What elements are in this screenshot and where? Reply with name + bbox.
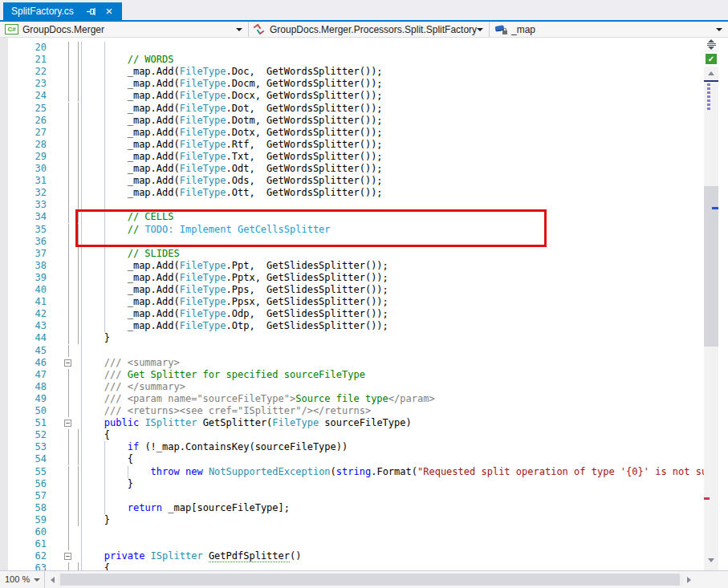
split-window-grip-icon[interactable] xyxy=(704,38,718,51)
chevron-down-icon[interactable] xyxy=(716,28,722,31)
code-line: 42 _map.Add(FileType.Odp, GetSlidesSplit… xyxy=(0,308,704,320)
project-dropdown[interactable]: C# GroupDocs.Merger xyxy=(0,22,249,37)
vertical-scroll-thumb[interactable] xyxy=(704,186,718,347)
code-line: 47 /// Get Splitter for specified source… xyxy=(0,369,704,381)
code-line: 57 xyxy=(0,490,704,502)
line-number: 41 xyxy=(6,296,47,307)
code-line: 20 xyxy=(0,42,704,54)
line-number: 33 xyxy=(6,199,47,210)
line-number: 35 xyxy=(6,224,47,235)
pin-icon[interactable] xyxy=(85,5,98,18)
outline-scope-line xyxy=(68,42,69,54)
horizontal-scroll-track[interactable] xyxy=(58,574,684,586)
line-number: 36 xyxy=(6,236,47,247)
code-line: 56 } xyxy=(0,478,704,490)
member-dropdown[interactable]: _map xyxy=(490,22,728,37)
line-number: 37 xyxy=(6,248,47,259)
code-text: { xyxy=(58,453,133,465)
tab-splitfactory[interactable]: SplitFactory.cs × xyxy=(3,2,122,20)
outline-scope-line xyxy=(68,526,69,538)
code-line: 37 // SLIDES xyxy=(0,248,704,260)
code-text: /// </summary> xyxy=(58,381,185,393)
code-text: _map.Add(FileType.Ppt, GetSlidesSplitter… xyxy=(58,260,388,272)
code-line: 58 return _map[sourceFileType]; xyxy=(0,502,704,514)
scroll-up-icon[interactable] xyxy=(708,71,714,75)
code-line: 31 _map.Add(FileType.Ods, GetWordsSplitt… xyxy=(0,175,704,187)
line-number: 30 xyxy=(6,163,47,174)
close-icon[interactable]: × xyxy=(103,5,116,18)
line-number: 51 xyxy=(6,417,47,428)
line-number: 53 xyxy=(6,441,47,452)
chevron-down-icon[interactable] xyxy=(236,28,242,31)
change-marker xyxy=(707,107,710,110)
outline-scope-line xyxy=(78,42,79,54)
change-marker xyxy=(707,95,710,98)
code-text: _map.Add(FileType.Doc, GetWordsSplitter(… xyxy=(58,66,383,78)
code-line: 29 _map.Add(FileType.Txt, GetWordsSplitt… xyxy=(0,151,704,163)
change-marker xyxy=(707,87,710,90)
line-number: 38 xyxy=(6,260,47,271)
code-text: _map.Add(FileType.Rtf, GetWordsSplitter(… xyxy=(58,139,383,151)
line-number: 52 xyxy=(6,429,47,440)
code-health-check-icon[interactable]: ✓ xyxy=(706,54,717,64)
line-number: 40 xyxy=(6,284,47,295)
member-dropdown-label: _map xyxy=(511,24,535,35)
code-text: } xyxy=(58,514,110,526)
line-number: 54 xyxy=(6,453,47,464)
code-text: // SLIDES xyxy=(58,248,180,260)
code-line: 24 _map.Add(FileType.Docx, GetWordsSplit… xyxy=(0,90,704,102)
vertical-scroll-track[interactable] xyxy=(704,67,718,570)
code-text: /// <param name="sourceFileType">Source … xyxy=(58,393,435,405)
code-text: } xyxy=(58,478,133,490)
code-line: 44 } xyxy=(0,332,704,344)
code-text: _map.Add(FileType.Dot, GetWordsSplitter(… xyxy=(58,103,383,115)
code-text: _map.Add(FileType.Docx, GetWordsSplitter… xyxy=(58,90,383,102)
line-number: 55 xyxy=(6,466,47,477)
scroll-down-icon[interactable] xyxy=(708,558,714,562)
line-number: 48 xyxy=(6,381,47,392)
chevron-down-icon[interactable] xyxy=(477,28,483,31)
code-line: 49 /// <param name="sourceFileType">Sour… xyxy=(0,393,704,405)
scroll-right-icon[interactable] xyxy=(687,577,691,583)
line-number: 62 xyxy=(6,550,47,562)
line-number: 45 xyxy=(6,345,47,356)
line-number: 47 xyxy=(6,369,47,380)
line-number: 21 xyxy=(6,54,47,65)
zoom-level-label: 100 % xyxy=(5,574,30,584)
line-number: 44 xyxy=(6,332,47,343)
code-text: } xyxy=(58,332,110,344)
line-number: 31 xyxy=(6,175,47,186)
line-number: 61 xyxy=(6,538,47,549)
outline-scope-line xyxy=(68,345,69,357)
code-text: _map.Add(FileType.Ods, GetWordsSplitter(… xyxy=(58,175,383,187)
type-dropdown[interactable]: GroupDocs.Merger.Processors.Split.SplitF… xyxy=(249,22,490,37)
code-line: 41 _map.Add(FileType.Ppsx, GetSlidesSpli… xyxy=(0,296,704,308)
code-line: 54 { xyxy=(0,453,704,465)
private-field-icon xyxy=(494,24,507,34)
code-pane[interactable]: 2021 // WORDS22 _map.Add(FileType.Doc, G… xyxy=(0,38,704,570)
horizontal-scroll-thumb[interactable] xyxy=(60,574,680,586)
outline-scope-line xyxy=(68,199,69,211)
code-line: 26 _map.Add(FileType.Dotm, GetWordsSplit… xyxy=(0,115,704,127)
code-line: 52 { xyxy=(0,429,704,441)
code-text: _map.Add(FileType.Ott, GetWordsSplitter(… xyxy=(58,187,383,199)
code-line: 38 _map.Add(FileType.Ppt, GetSlidesSplit… xyxy=(0,260,704,272)
chevron-down-icon[interactable] xyxy=(34,578,40,582)
scroll-left-icon[interactable] xyxy=(51,577,55,583)
code-text: _map.Add(FileType.Txt, GetWordsSplitter(… xyxy=(58,151,383,163)
line-number: 57 xyxy=(6,490,47,501)
zoom-selector[interactable]: 100 % xyxy=(0,571,45,588)
line-number: 39 xyxy=(6,272,47,283)
class-icon xyxy=(254,24,266,34)
line-number: 63 xyxy=(6,562,47,570)
outline-scope-line xyxy=(78,490,79,502)
line-number: 32 xyxy=(6,187,47,198)
line-number: 29 xyxy=(6,151,47,162)
scrollbar-red-marker xyxy=(704,497,710,500)
code-line: 46− /// <summary> xyxy=(0,357,704,369)
code-line: 43 _map.Add(FileType.Otp, GetSlidesSplit… xyxy=(0,320,704,332)
code-line: 40 _map.Add(FileType.Pps, GetSlidesSplit… xyxy=(0,284,704,296)
line-number: 43 xyxy=(6,320,47,331)
vertical-scrollbar[interactable]: ✓ xyxy=(704,38,718,570)
line-number: 42 xyxy=(6,308,47,319)
